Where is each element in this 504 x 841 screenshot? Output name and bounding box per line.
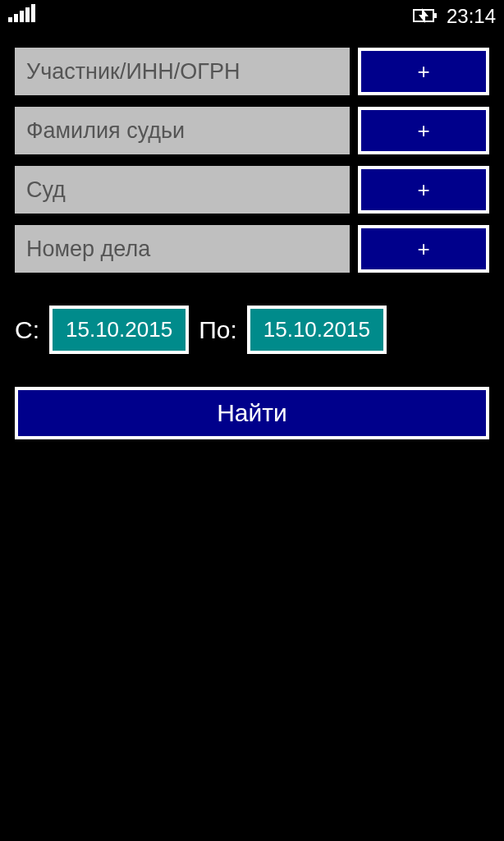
- add-court-button[interactable]: +: [358, 166, 489, 214]
- court-input[interactable]: [15, 166, 350, 214]
- date-from-label: С:: [15, 316, 39, 344]
- participant-input[interactable]: [15, 48, 350, 95]
- svg-rect-1: [433, 13, 437, 18]
- signal-icon: [8, 4, 35, 29]
- add-judge-button[interactable]: +: [358, 107, 489, 154]
- judge-input[interactable]: [15, 107, 350, 154]
- date-from-picker[interactable]: 15.10.2015: [49, 306, 189, 354]
- status-time: 23:14: [447, 5, 496, 28]
- court-row: +: [15, 166, 489, 214]
- date-to-picker[interactable]: 15.10.2015: [247, 306, 387, 354]
- status-bar: 23:14: [0, 0, 504, 33]
- case-number-row: +: [15, 225, 489, 273]
- battery-icon: [412, 7, 438, 26]
- search-form: + + + + С: 15.10.2015 По: 15.10.2015 Най…: [0, 33, 504, 439]
- search-button[interactable]: Найти: [15, 387, 489, 439]
- add-case-number-button[interactable]: +: [358, 225, 489, 273]
- judge-row: +: [15, 107, 489, 154]
- add-participant-button[interactable]: +: [358, 48, 489, 95]
- date-to-label: По:: [199, 316, 237, 344]
- participant-row: +: [15, 48, 489, 95]
- case-number-input[interactable]: [15, 225, 350, 273]
- date-range-row: С: 15.10.2015 По: 15.10.2015: [15, 306, 489, 354]
